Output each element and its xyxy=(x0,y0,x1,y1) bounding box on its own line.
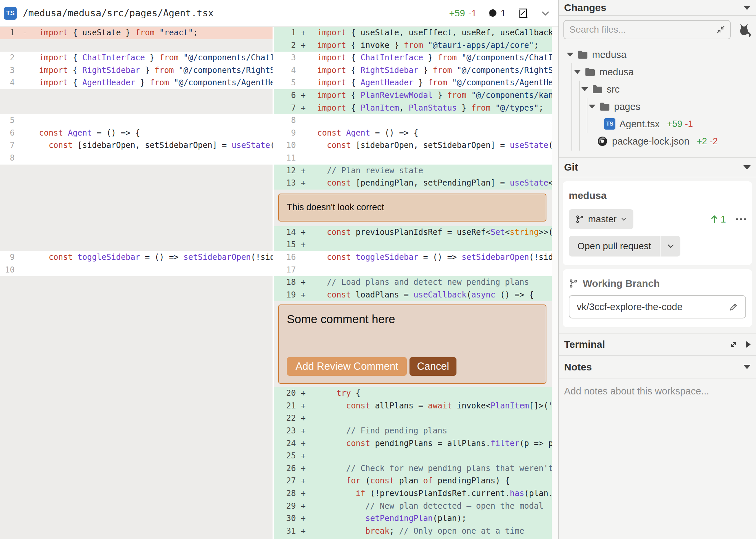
git-section-header[interactable]: Git xyxy=(559,157,756,177)
changes-section-header[interactable]: Changes xyxy=(559,0,756,16)
diff-row[interactable]: 12+ // Plan review state xyxy=(0,165,558,177)
code-token: < xyxy=(505,228,510,237)
diff-row[interactable]: 811 xyxy=(0,152,558,165)
collapse-file-chevron-icon[interactable] xyxy=(540,8,550,18)
diff-row[interactable]: 25+ xyxy=(0,450,558,462)
diff-row[interactable]: 26+ // Check for new pending plans that … xyxy=(0,462,558,475)
push-commits-indicator[interactable]: 1 xyxy=(710,214,726,225)
comment-bubble-icon[interactable] xyxy=(488,8,498,18)
open-pull-request-button[interactable]: Open pull request xyxy=(569,236,660,257)
terminal-title: Terminal xyxy=(564,339,605,350)
code-token xyxy=(73,253,77,262)
scrollbar-gutter xyxy=(552,89,558,102)
code-token: toggleSidebar xyxy=(356,253,418,262)
diff-row[interactable]: 9 const toggleSidebar = () => setSidebar… xyxy=(0,251,558,264)
diff-row[interactable]: 32+ } xyxy=(0,537,558,539)
diff-row[interactable]: 6+import { PlanReviewModal } from "@/com… xyxy=(0,89,558,102)
line-number: 23 xyxy=(274,425,296,437)
diff-row[interactable]: 1017 xyxy=(0,264,558,276)
code-token: filter xyxy=(490,439,519,448)
diff-row[interactable]: 23+ // Find pending plans xyxy=(0,425,558,437)
code-token: useState xyxy=(510,141,548,150)
expand-terminal-icon[interactable] xyxy=(729,340,738,349)
edit-pencil-icon[interactable] xyxy=(729,302,739,312)
code-token: (!sid xyxy=(529,253,552,262)
code-token: Agent xyxy=(68,128,92,138)
code-line: const loadPlans = useCallback(async () =… xyxy=(311,289,552,301)
collapse-panel-icon[interactable] xyxy=(716,25,725,34)
line-number: 2 xyxy=(274,39,296,52)
code-token: "@tauri-apps/api/core" xyxy=(428,41,534,50)
code-token: const xyxy=(49,141,73,150)
diff-row[interactable]: 31+ break; // Only open one at a time xyxy=(0,525,558,538)
terminal-section-header[interactable]: Terminal xyxy=(559,333,756,356)
code-token: "@/components/AgentHe xyxy=(174,78,273,87)
diff-row[interactable]: 18+ // Load plans and detect new pending… xyxy=(0,276,558,289)
left-cell xyxy=(0,462,273,475)
working-branch-input[interactable] xyxy=(576,301,729,313)
tree-item-agent-tsx[interactable]: TSAgent.tsx+59-1 xyxy=(559,115,756,133)
diff-row[interactable]: 2+import { invoke } from "@tauri-apps/ap… xyxy=(0,39,558,52)
code-token xyxy=(174,66,179,75)
diff-row[interactable]: 24+ const pendingPlans = allPlans.filter… xyxy=(0,437,558,450)
diff-row[interactable]: 1-import { useState } from "react";1+imp… xyxy=(0,27,558,39)
zed-logo-icon[interactable] xyxy=(517,7,529,19)
diff-row[interactable]: 14+ const previousPlanIdsRef = useRef<Se… xyxy=(0,226,558,239)
diff-row[interactable]: 4import { AgentHeader } from "@/componen… xyxy=(0,77,558,89)
branch-selector[interactable]: master xyxy=(569,209,633,229)
code-token xyxy=(317,489,356,498)
diff-row[interactable]: 6const Agent = () => {9const Agent = () … xyxy=(0,127,558,140)
open-terminal-arrow-icon[interactable] xyxy=(746,341,751,348)
tree-item-medusa[interactable]: medusa xyxy=(559,63,756,81)
diff-row[interactable]: 3import { RightSidebar } from "@/compone… xyxy=(0,64,558,77)
add-review-comment-button[interactable]: Add Review Comment xyxy=(287,357,407,376)
diff-row[interactable]: 20+ try { xyxy=(0,387,558,400)
tree-item-package-lock-json[interactable]: package-lock.json+2-2 xyxy=(559,133,756,150)
diff-row[interactable]: 13+ const [pendingPlan, setPendingPlan] … xyxy=(0,177,558,190)
code-line: import { PlanReviewModal } from "@/compo… xyxy=(311,89,552,102)
scrollbar-gutter xyxy=(552,462,558,475)
review-comment[interactable]: This doesn't look correct xyxy=(278,194,546,222)
diff-row[interactable]: 2import { ChatInterface } from "@/compon… xyxy=(0,52,558,64)
folder-icon xyxy=(592,85,603,94)
diff-row[interactable]: 29+ // New plan detected – open the moda… xyxy=(0,500,558,513)
tree-item-medusa[interactable]: medusa xyxy=(559,46,756,63)
code-line: const [pendingPlan, setPendingPlan] = us… xyxy=(311,177,552,190)
code-line: import { AgentHeader } from "@/component… xyxy=(311,77,552,89)
diff-row[interactable]: 19+ const loadPlans = useCallback(async … xyxy=(0,289,558,301)
code-token xyxy=(317,426,346,435)
code-token: pendingPlans = allPlans. xyxy=(370,439,490,448)
code-line: import { useState, useEffect, useRef, us… xyxy=(311,27,552,39)
comment-draft-text[interactable]: Some comment here xyxy=(287,312,538,326)
diff-row[interactable]: 7+import { PlanItem, PlanStatus } from "… xyxy=(0,102,558,115)
code-line xyxy=(35,114,273,127)
json-file-icon xyxy=(597,136,608,147)
cat-icon[interactable] xyxy=(737,22,751,37)
notes-input[interactable]: Add notes about this workspace... xyxy=(559,378,756,404)
pull-request-options-button[interactable] xyxy=(660,236,680,257)
cancel-comment-button[interactable]: Cancel xyxy=(409,357,456,376)
left-cell xyxy=(0,537,273,539)
diff-row[interactable]: 27+ for (const plan of pendingPlans) { xyxy=(0,475,558,487)
right-cell: 4import { RightSidebar } from "@/compone… xyxy=(274,64,552,77)
tree-item-pages[interactable]: pages xyxy=(559,98,756,115)
scrollbar-gutter xyxy=(552,177,558,190)
code-line: try { xyxy=(311,387,552,400)
diff-row[interactable]: 30+ setPendingPlan(plan); xyxy=(0,512,558,525)
code-token: [sidebarOpen, setSidebarOpen] = xyxy=(351,141,510,150)
notes-section-header[interactable]: Notes xyxy=(559,356,756,378)
more-options-button[interactable] xyxy=(736,218,746,220)
diff-row[interactable]: 21+ const allPlans = await invoke<PlanIt… xyxy=(0,400,558,412)
left-cell xyxy=(0,102,273,115)
search-files-input[interactable] xyxy=(569,24,716,35)
deletions-count: -1 xyxy=(468,8,477,19)
diff-row[interactable]: 28+ if (!previousPlanIdsRef.current.has(… xyxy=(0,487,558,500)
diff-row[interactable]: 15+ xyxy=(0,239,558,251)
code-token: from xyxy=(135,28,155,37)
tree-item-src[interactable]: src xyxy=(559,81,756,98)
working-branch-field[interactable] xyxy=(569,295,746,318)
line-number: 20 xyxy=(274,387,296,400)
diff-row[interactable]: 7 const [sidebarOpen, setSidebarOpen] = … xyxy=(0,139,558,152)
diff-row[interactable]: 22+ xyxy=(0,412,558,425)
diff-row[interactable]: 58 xyxy=(0,114,558,127)
